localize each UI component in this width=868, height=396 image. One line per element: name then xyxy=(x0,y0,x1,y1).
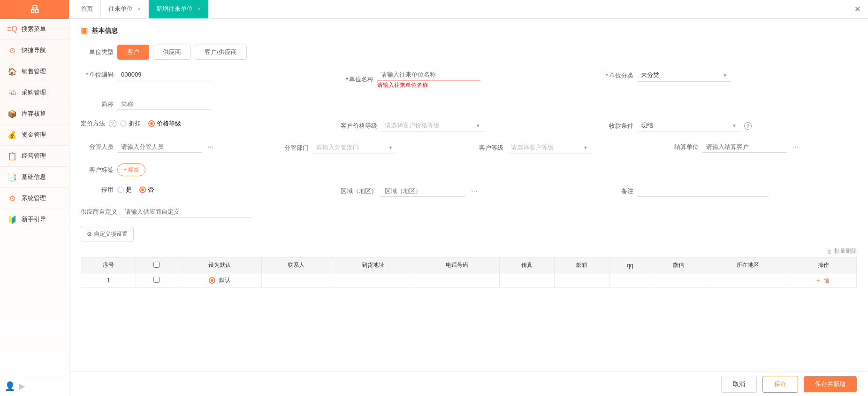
row-contact xyxy=(261,273,331,287)
unit-code-input[interactable] xyxy=(117,69,211,80)
sales-icon: 🏠 xyxy=(8,67,17,76)
tab-partners-close[interactable]: × xyxy=(137,6,141,12)
department-label: 分管部门 xyxy=(276,144,309,152)
batch-delete-icon: 🗑 xyxy=(827,248,832,255)
footer: 取消 保存 保存并新增 xyxy=(69,372,868,396)
row-fax xyxy=(499,273,554,287)
customer-tag-label: 客户标签 xyxy=(81,166,114,174)
short-name-input[interactable] xyxy=(117,99,211,110)
payment-terms-label: 收款条件 xyxy=(601,122,633,130)
pricing-level-circle xyxy=(148,120,155,127)
short-name-row: 简称 xyxy=(81,99,857,110)
short-name-label: 简称 xyxy=(81,100,114,109)
expand-icon[interactable]: ▶ xyxy=(19,381,25,391)
save-and-new-button[interactable]: 保存并新增 xyxy=(804,376,857,392)
row-default-label: 默认 xyxy=(219,276,230,284)
sidebar-item-operations[interactable]: 📋 经营管理 xyxy=(0,146,69,167)
disabled-yes-circle xyxy=(117,186,124,193)
sidebar-item-guide[interactable]: 🔰 新手引导 xyxy=(0,209,69,230)
row-add-button[interactable]: + xyxy=(816,277,820,284)
save-button[interactable]: 保存 xyxy=(762,376,798,393)
disabled-no-dot xyxy=(141,188,144,191)
region-ellipsis[interactable]: ··· xyxy=(469,187,479,195)
code-name-category-row: *单位编码 *单位名称 请输入往来单位名称 *单位分类 未分类 ▼ xyxy=(81,69,857,89)
customer-price-level-field: 客户价格等级 请选择客户价格等级 ▼ xyxy=(341,119,597,132)
unit-type-supplier-btn[interactable]: 供应商 xyxy=(153,45,191,60)
tab-new-partner[interactable]: 新增往来单位 × xyxy=(149,0,209,18)
tab-home[interactable]: 首页 xyxy=(73,0,101,18)
col-address: 到货地址 xyxy=(331,257,415,273)
sidebar-item-search[interactable]: ≡Q 搜索菜单 xyxy=(0,19,69,40)
tab-home-label: 首页 xyxy=(81,5,93,13)
row-delete-button[interactable]: 🗑 xyxy=(823,277,830,284)
sidebar-label-quick-nav: 快捷导航 xyxy=(22,46,46,54)
row-default-dot xyxy=(211,279,213,282)
pricing-discount-radio[interactable]: 折扣 xyxy=(120,119,141,128)
tab-partners-label: 往来单位 xyxy=(108,5,133,13)
cancel-button[interactable]: 取消 xyxy=(721,376,757,393)
disabled-yes-radio[interactable]: 是 xyxy=(117,186,132,194)
custom-settings-button[interactable]: ⚙ 自定义项设置 xyxy=(81,227,134,241)
tab-new-partner-close[interactable]: × xyxy=(198,6,201,12)
col-action: 操作 xyxy=(790,257,857,273)
sidebar-label-finance: 资金管理 xyxy=(22,131,46,139)
operations-icon: 📋 xyxy=(8,151,17,161)
tab-partners[interactable]: 往来单位 × xyxy=(101,0,149,18)
disabled-field: 停用 是 否 xyxy=(81,186,337,194)
customer-level-select[interactable]: 请选择客户等级 ▼ xyxy=(507,141,592,154)
unit-type-label: 单位类型 xyxy=(81,48,114,56)
manager-row: 分管人员 ··· 分管部门 请输入分管部门 ▼ 客户等级 请选择客户等级 ▼ 结… xyxy=(81,141,857,154)
sidebar-item-finance[interactable]: 💰 资金管理 xyxy=(0,124,69,146)
manager-input[interactable] xyxy=(117,141,202,153)
row-checkbox-1[interactable] xyxy=(153,277,160,283)
sidebar-label-inventory: 库存核算 xyxy=(22,109,46,118)
pricing-label: 定价方法 ? xyxy=(81,119,116,128)
unit-category-arrow: ▼ xyxy=(723,73,727,78)
unit-name-input[interactable] xyxy=(377,69,480,80)
sidebar-item-purchase[interactable]: 🛍 采购管理 xyxy=(0,82,69,103)
window-close-button[interactable]: ✕ xyxy=(854,5,860,14)
tab-bar: 首页 往来单位 × 新增往来单位 × ✕ xyxy=(69,0,868,19)
supplier-custom-label: 供应商自定义 xyxy=(81,208,117,216)
sidebar-item-inventory[interactable]: 📦 库存核算 xyxy=(0,103,69,124)
sidebar-label-search: 搜索菜单 xyxy=(22,25,46,33)
region-input[interactable] xyxy=(381,186,465,197)
customer-price-level-select[interactable]: 请选择客户价格等级 ▼ xyxy=(381,119,484,132)
payment-terms-select[interactable]: 现结 ▼ xyxy=(637,119,740,132)
pricing-row: 定价方法 ? 折扣 价格等级 客户价格 xyxy=(81,119,857,132)
select-all-checkbox[interactable] xyxy=(153,262,160,268)
user-icon[interactable]: 👤 xyxy=(5,381,15,391)
sidebar-item-sales[interactable]: 🏠 销售管理 xyxy=(0,61,69,82)
sidebar-item-basic-info[interactable]: 📑 基础信息 xyxy=(0,167,69,188)
sidebar-item-quick-nav[interactable]: ⊙ 快捷导航 xyxy=(0,40,69,61)
notes-input[interactable] xyxy=(637,186,769,197)
pricing-level-dot xyxy=(150,122,153,125)
payment-terms-help-icon[interactable]: ? xyxy=(744,122,752,130)
section-title-text: 基本信息 xyxy=(91,27,118,35)
col-fax: 传真 xyxy=(499,257,554,273)
department-arrow: ▼ xyxy=(388,145,393,150)
settlement-unit-label: 结算单位 xyxy=(666,143,699,151)
row-address xyxy=(331,273,415,287)
disabled-no-radio[interactable]: 否 xyxy=(139,186,154,194)
settlement-unit-ellipsis[interactable]: ··· xyxy=(791,143,800,151)
table-header: 序号 设为默认 联系人 到货地址 电话号码 传真 邮箱 qq 微信 所在地区 操… xyxy=(81,257,857,273)
unit-type-field: 单位类型 客户 供应商 客户/供应商 xyxy=(81,45,857,60)
manager-label: 分管人员 xyxy=(81,143,114,151)
department-select[interactable]: 请输入分管部门 ▼ xyxy=(312,141,397,154)
settlement-unit-input[interactable] xyxy=(702,141,787,153)
add-tag-button[interactable]: + 标签 xyxy=(117,163,145,176)
section-title: ▣ 基本信息 xyxy=(81,26,857,35)
pricing-level-radio[interactable]: 价格等级 xyxy=(148,119,181,128)
row-default-radio[interactable]: 默认 xyxy=(182,276,256,284)
pricing-help-icon[interactable]: ? xyxy=(109,120,116,127)
sidebar-item-system[interactable]: ⚙ 系统管理 xyxy=(0,188,69,209)
unit-type-both-btn[interactable]: 客户/供应商 xyxy=(195,45,247,60)
batch-delete-label[interactable]: 批量删除 xyxy=(834,247,857,255)
supplier-custom-input[interactable] xyxy=(121,206,252,217)
unit-type-customer-btn[interactable]: 客户 xyxy=(117,45,149,60)
manager-ellipsis[interactable]: ··· xyxy=(206,143,215,151)
tab-new-partner-label: 新增往来单位 xyxy=(156,5,193,13)
unit-category-select[interactable]: 未分类 ▼ xyxy=(637,69,731,82)
row-default-circle xyxy=(209,277,215,284)
